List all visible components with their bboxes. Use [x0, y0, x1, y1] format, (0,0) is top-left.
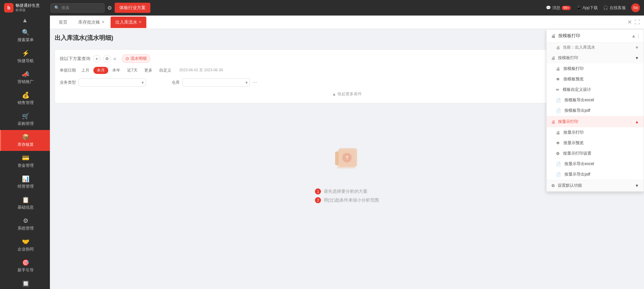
search-icon: 🔍 — [54, 5, 59, 10]
date-tab-this-year[interactable]: 本年 — [110, 67, 123, 74]
chevron-up-icon: ▲ — [332, 92, 336, 97]
date-field: 单据日期 上月 本月 本年 近7天 更多 自定义 — [60, 67, 174, 74]
display-print-section: 🖨 按显示打印 ▲ 🖨 按显示打印 👁 按显示预览 ⚙ — [547, 116, 644, 180]
sidebar-item-sales[interactable]: 💰 销售管理 — [0, 88, 50, 109]
sidebar-item-label: 营销推广 — [18, 79, 34, 85]
date-tab-last-month[interactable]: 上月 — [79, 67, 92, 74]
sidebar-item-label: 经营管理 — [18, 184, 34, 189]
sidebar-item-marketing[interactable]: 📣 营销推广 — [0, 67, 50, 88]
warehouse-label: 仓库 — [172, 80, 180, 85]
warehouse-select[interactable] — [182, 78, 250, 86]
template-export-pdf-label: 按模板导出pdf — [564, 108, 590, 113]
template-section-header[interactable]: 🖨 按模板打印 ▼ — [547, 52, 644, 63]
empty-tip-1: 1 请先选择要分析的方案 — [315, 188, 379, 194]
empty-tip-2: 2 用[过滤]条件来缩小分析范围 — [315, 197, 379, 203]
template-export-pdf-item[interactable]: 📄 按模板导出pdf — [547, 105, 644, 116]
sidebar-item-label: 采购管理 — [18, 121, 34, 127]
display-export-excel-label: 按显示导出excel — [564, 161, 594, 167]
app-download-label: App下载 — [583, 5, 598, 11]
current-chevron-icon[interactable]: ▼ — [635, 45, 639, 50]
display-print-label: 按显示打印 — [563, 130, 584, 135]
sidebar-item-label: 搜索菜单 — [18, 37, 34, 43]
online-service-label: 在线客服 — [610, 5, 626, 11]
tab-close-all-icon[interactable]: ✕ — [627, 19, 632, 25]
display-print-settings-item[interactable]: ⚙ 按显示打印设置 — [547, 148, 644, 159]
sidebar-scroll-up[interactable]: ▲ — [0, 16, 50, 25]
display-export-pdf-item[interactable]: 📄 按显示导出pdf — [547, 169, 644, 180]
tab-batch-close[interactable]: ✕ — [101, 20, 105, 24]
sidebar-item-label: 库存核算 — [18, 142, 34, 148]
date-tab-7days[interactable]: 近7天 — [124, 67, 140, 74]
sidebar-item-inventory[interactable]: 📦 库存核算 — [0, 130, 50, 151]
sidebar-item-label: 系统管理 — [18, 226, 34, 231]
date-tab-custom[interactable]: 自定义 — [156, 67, 174, 74]
dropdown-up-icon[interactable]: ▲ — [632, 33, 636, 38]
sidebar-item-search[interactable]: 🔍 搜索菜单 — [0, 25, 50, 46]
sidebar-item-system[interactable]: ⚙ 系统管理 — [0, 214, 50, 235]
tab-flow-label: 出入库流水 — [115, 19, 137, 25]
filter-add-button[interactable]: + — [93, 55, 100, 62]
settings-section-label: 设置默认功能 — [558, 183, 582, 188]
sidebar-item-purchase[interactable]: 🛒 采购管理 — [0, 109, 50, 130]
main-layout: ▲ 🔍 搜索菜单 ⚡ 快捷导航 📣 营销推广 💰 销售管理 🛒 采购管理 📦 库… — [0, 16, 644, 289]
filter-collapse-button[interactable]: « — [113, 56, 116, 62]
date-tabs: 上月 本月 本年 近7天 更多 自定义 — [79, 67, 174, 74]
display-section-header[interactable]: 🖨 按显示打印 ▲ — [547, 116, 644, 127]
date-tab-this-month[interactable]: 本月 — [93, 67, 108, 74]
display-settings-icon: ⚙ — [556, 151, 560, 156]
sidebar-item-basic[interactable]: 📋 基础信息 — [0, 193, 50, 214]
tab-batch[interactable]: 库存批次账 ✕ — [74, 17, 109, 28]
header-settings-icon[interactable]: ⚙ — [107, 5, 112, 11]
tab-expand-icon[interactable]: ⛶ — [635, 19, 640, 25]
template-export-excel-item[interactable]: 📄 按模板导出excel — [547, 95, 644, 105]
default-settings-section: ⚙ 设置默认功能 ▼ — [547, 180, 644, 191]
tab-controls: ✕ ⛶ — [627, 19, 640, 25]
warehouse-select-wrapper — [182, 78, 250, 86]
sidebar-item-apps[interactable]: 🔲 应用中心 — [0, 277, 50, 289]
page-title: 出入库流水(流水明细) — [55, 34, 113, 42]
sidebar-item-guide[interactable]: 🎯 新手引导 — [0, 256, 50, 277]
trial-button[interactable]: 体验行业方案 — [115, 3, 150, 13]
display-preview-item[interactable]: 👁 按显示预览 — [547, 138, 644, 148]
display-section-icon: 🖨 — [551, 120, 555, 124]
message-button[interactable]: 💬 消息 99+ — [546, 5, 571, 11]
display-print-item[interactable]: 🖨 按显示打印 — [547, 127, 644, 138]
template-design-label: 模板自定义设计 — [563, 87, 591, 93]
header-search-box[interactable]: 🔍 搜索 — [51, 3, 105, 12]
app-edition: 标准版 — [16, 8, 40, 12]
template-excel-icon: 📄 — [556, 98, 561, 103]
display-export-excel-item[interactable]: 📄 按显示导出excel — [547, 159, 644, 169]
sidebar-item-finance[interactable]: 💳 资金管理 — [0, 151, 50, 172]
template-export-excel-label: 按模板导出excel — [564, 97, 594, 103]
tab-flow-close[interactable]: ✕ — [139, 20, 142, 24]
filter-settings-button[interactable]: ⚙ — [103, 55, 111, 62]
sidebar-item-corp[interactable]: 🤝 企业协同 — [0, 235, 50, 256]
sidebar-item-operation[interactable]: 📊 经营管理 — [0, 172, 50, 193]
template-preview-item[interactable]: 👁 按模板预览 — [547, 74, 644, 84]
filter-tag-label: 流水明细 — [130, 56, 147, 61]
business-type-select[interactable] — [79, 78, 146, 86]
header-actions: 💬 消息 99+ 📱 App下载 🎧 在线客服 Rit — [546, 3, 640, 12]
content-area: 首页 库存批次账 ✕ 出入库流水 ✕ ✕ ⛶ 出入库流水(流水明细) — [50, 16, 644, 289]
user-avatar[interactable]: Rit — [631, 3, 640, 12]
date-tab-more[interactable]: 更多 — [142, 67, 155, 74]
empty-tips: 1 请先选择要分析的方案 2 用[过滤]条件来缩小分析范围 — [315, 188, 379, 203]
template-print-item[interactable]: 🖨 按模板打印 — [547, 63, 644, 74]
online-service-button[interactable]: 🎧 在线客服 — [603, 5, 626, 11]
template-section-icon: 🖨 — [551, 56, 555, 60]
sidebar-item-quick-nav[interactable]: ⚡ 快捷导航 — [0, 46, 50, 67]
tab-flow[interactable]: 出入库流水 ✕ — [111, 17, 146, 28]
dropdown-current: 🖨 当前：出入库流水 ▼ — [547, 43, 644, 52]
sales-icon: 💰 — [22, 91, 29, 99]
sidebar-item-label: 快捷导航 — [18, 58, 34, 64]
dropdown-title: 按模板打印 — [558, 33, 580, 39]
app-download-button[interactable]: 📱 App下载 — [576, 5, 598, 11]
tab-home[interactable]: 首页 — [54, 17, 72, 28]
top-header: b 畅捷通好生意 标准版 🔍 搜索 ⚙ 体验行业方案 💬 消息 99+ 📱 Ap… — [0, 0, 644, 16]
template-print-item-icon: 🖨 — [556, 67, 560, 71]
template-design-item[interactable]: ✏ 模板自定义设计 — [547, 84, 644, 95]
quick-nav-icon: ⚡ — [22, 50, 29, 57]
warehouse-more-icon[interactable]: ··· — [253, 79, 257, 85]
collapse-button[interactable]: ▲ 收起更多条件 — [328, 90, 366, 98]
default-settings-header[interactable]: ⚙ 设置默认功能 ▼ — [547, 180, 644, 191]
